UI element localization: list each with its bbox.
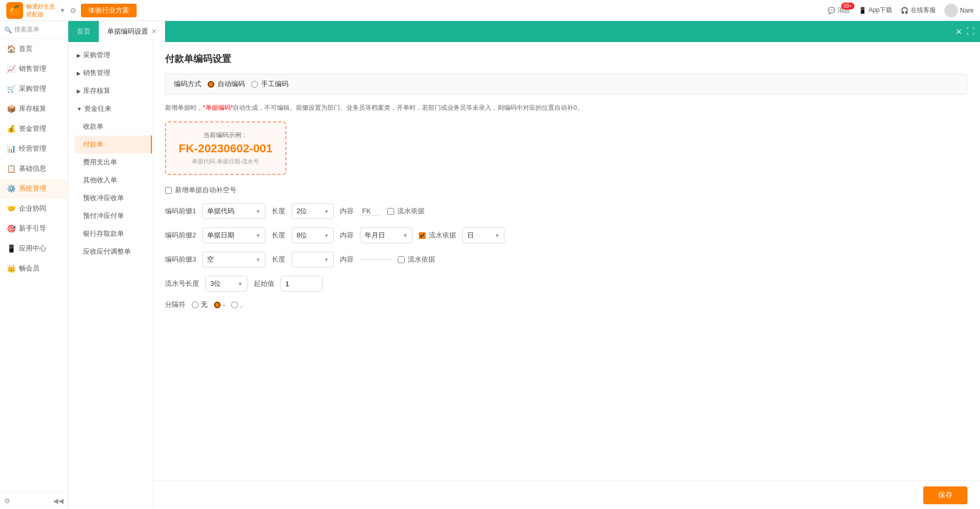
tab-home[interactable]: 首页 xyxy=(68,21,99,42)
tab-bar-right: ✕ ⛶ xyxy=(955,27,980,37)
subnav-item-other-income[interactable]: 其他收入单 xyxy=(75,171,152,189)
chevron-down-icon: ▼ xyxy=(77,106,82,112)
subnav-item-receipt[interactable]: 收款单 xyxy=(75,118,152,136)
chevron-down-serial-length: ▼ xyxy=(238,281,243,287)
subnav-group-sales-header[interactable]: ▶ 销售管理 xyxy=(68,64,152,82)
prefix2-serial-checkbox[interactable] xyxy=(419,232,426,239)
example-label: 当前编码示例： xyxy=(179,131,273,140)
prefix3-serial-checkbox[interactable] xyxy=(398,256,405,263)
auto-code-radio[interactable] xyxy=(208,81,214,88)
prefix1-row: 编码前缀1 单据代码 ▼ 长度 2位 ▼ 内容 FK xyxy=(165,203,967,219)
prefix2-content-select[interactable]: 年月日 ▼ xyxy=(360,227,412,243)
sidebar-item-purchase[interactable]: 🛒 采购管理 xyxy=(0,79,68,99)
tab-maximize-button[interactable]: ⛶ xyxy=(966,27,975,36)
sidebar-search[interactable]: 🔍 搜索菜单 xyxy=(0,21,68,39)
sidebar-item-system[interactable]: ⚙️ 系统管理 xyxy=(0,179,68,199)
sidebar-item-members[interactable]: 👑 畅会员 xyxy=(0,258,68,278)
sidebar-item-sales[interactable]: 📈 销售管理 xyxy=(0,59,68,79)
prefix3-length-select[interactable]: ▼ xyxy=(292,252,334,267)
settings-bottom-icon[interactable]: ⚙ xyxy=(4,497,11,505)
bottom-bar: 保存 xyxy=(152,481,980,509)
separator-dash-label[interactable]: - xyxy=(214,301,225,309)
auto-fill-checkbox[interactable] xyxy=(165,187,172,194)
subnav-group-inventory-header[interactable]: ▶ 库存核算 xyxy=(68,82,152,100)
subnav-group-capital-header[interactable]: ▼ 资金往来 xyxy=(68,100,152,118)
manual-code-radio-label[interactable]: 手工编码 xyxy=(251,79,288,89)
members-icon: 👑 xyxy=(6,264,16,273)
chevron-down-prefix2-content: ▼ xyxy=(403,233,408,238)
subnav-item-advance-payable[interactable]: 预付冲应付单 xyxy=(75,207,152,225)
inventory-icon: 📦 xyxy=(6,104,16,113)
form-content: 付款单编码设置 编码方式 自动编码 手工编码 xyxy=(152,42,980,481)
sidebar-item-enterprise[interactable]: 🤝 企业协同 xyxy=(0,199,68,219)
coding-method-row: 编码方式 自动编码 手工编码 xyxy=(165,74,967,95)
prefix3-select[interactable]: 空 ▼ xyxy=(202,252,265,267)
top-bar: 🍊 畅通好生意 搭配版 ▼ ⚙ 体验行业方案 💬 消息 99+ 📱 App下载 … xyxy=(0,0,980,21)
coding-method-label: 编码方式 xyxy=(174,79,201,89)
sidebar-item-basic[interactable]: 📋 基础信息 xyxy=(0,159,68,179)
right-panel: 首页 单据编码设置 ✕ ✕ ⛶ ▶ 采购管理 xyxy=(68,21,980,509)
sidebar-item-operations[interactable]: 📊 经营管理 xyxy=(0,139,68,159)
tab-close-icon[interactable]: ✕ xyxy=(151,28,157,35)
subnav-capital-children: 收款单 付款单 费用支出单 其他收入单 预收冲应收单 预付冲应付单 银行存取款单… xyxy=(68,118,152,261)
separator-dot-label[interactable]: . xyxy=(231,301,242,309)
collapse-sidebar-icon[interactable]: ◀◀ xyxy=(53,497,64,505)
trial-button[interactable]: 体验行业方案 xyxy=(81,4,137,17)
subnav-item-advance-receivable[interactable]: 预收冲应收单 xyxy=(75,189,152,207)
prefix2-row: 编码前缀2 单据日期 ▼ 长度 8位 ▼ 内容 年月日 xyxy=(165,227,967,243)
separator-none-radio[interactable] xyxy=(192,302,199,308)
subnav-group-capital: ▼ 资金往来 收款单 付款单 费用支出单 其他收入单 预收冲应收单 预付冲应付单… xyxy=(68,100,152,261)
chevron-down-prefix2-len: ▼ xyxy=(324,233,329,238)
dropdown-arrow[interactable]: ▼ xyxy=(59,7,66,14)
message-button[interactable]: 💬 消息 99+ xyxy=(828,6,850,15)
separator-row: 分隔符 无 - . xyxy=(165,300,967,309)
sidebar-item-home[interactable]: 🏠 首页 xyxy=(0,39,68,59)
subnav-item-adjustment[interactable]: 应收应付调整单 xyxy=(75,243,152,261)
subnav-group-purchase-header[interactable]: ▶ 采购管理 xyxy=(68,46,152,64)
prefix2-select[interactable]: 单据日期 ▼ xyxy=(202,227,265,243)
apps-icon: 📱 xyxy=(6,244,16,253)
sidebar-item-guide[interactable]: 🎯 新手引导 xyxy=(0,219,68,238)
logo-icon: 🍊 xyxy=(6,2,23,19)
prefix2-serial-checkbox-row: 流水依据 xyxy=(419,231,456,240)
finance-icon: 💰 xyxy=(6,124,16,133)
sidebar-item-apps[interactable]: 📱 应用中心 xyxy=(0,238,68,258)
separator-radio-group: 无 - . xyxy=(192,300,242,309)
serial-length-select[interactable]: 3位 ▼ xyxy=(205,276,247,292)
prefix1-select[interactable]: 单据代码 ▼ xyxy=(202,203,265,219)
subnav-item-expense[interactable]: 费用支出单 xyxy=(75,153,152,171)
save-button[interactable]: 保存 xyxy=(923,486,967,504)
prefix2-length-select[interactable]: 8位 ▼ xyxy=(292,227,334,243)
sales-icon: 📈 xyxy=(6,64,16,74)
tab-coding[interactable]: 单据编码设置 ✕ xyxy=(99,21,165,42)
separator-dot-radio[interactable] xyxy=(231,302,238,308)
chevron-down-prefix3-len: ▼ xyxy=(324,257,329,263)
user-info[interactable]: Nare xyxy=(944,4,974,17)
separator-dash-radio[interactable] xyxy=(214,302,221,308)
sidebar-item-finance[interactable]: 💰 资金管理 xyxy=(0,119,68,139)
settings-icon[interactable]: ⚙ xyxy=(70,6,77,15)
chevron-down-prefix3: ▼ xyxy=(255,257,261,263)
app-download-button[interactable]: 📱 App下载 xyxy=(859,6,892,15)
separator-none-label[interactable]: 无 xyxy=(192,300,208,309)
tab-bar: 首页 单据编码设置 ✕ ✕ ⛶ xyxy=(68,21,980,42)
service-icon: 🎧 xyxy=(901,7,909,14)
prefix1-serial-checkbox[interactable] xyxy=(387,208,394,215)
prefix1-length-select[interactable]: 2位 ▼ xyxy=(292,203,334,219)
online-service-button[interactable]: 🎧 在线客服 xyxy=(901,6,936,15)
tab-minimize-button[interactable]: ✕ xyxy=(955,27,962,37)
chevron-down-prefix1: ▼ xyxy=(255,209,261,214)
prefix2-serial-unit-select[interactable]: 日 ▼ xyxy=(462,227,504,243)
manual-code-radio[interactable] xyxy=(251,81,258,88)
auto-code-radio-label[interactable]: 自动编码 xyxy=(208,79,245,89)
sidebar-item-inventory[interactable]: 📦 库存核算 xyxy=(0,99,68,119)
page-title: 付款单编码设置 xyxy=(165,53,967,65)
subnav-item-bank-deposit[interactable]: 银行存取款单 xyxy=(75,225,152,243)
search-icon: 🔍 xyxy=(4,26,12,34)
home-icon: 🏠 xyxy=(6,44,16,54)
prefix1-content-value: FK xyxy=(360,207,381,215)
start-value-input[interactable] xyxy=(281,276,323,292)
code-value: FK-20230602-001 xyxy=(179,142,273,155)
sidebar: 🔍 搜索菜单 🏠 首页 📈 销售管理 🛒 采购管理 📦 库存核算 💰 资金管理 … xyxy=(0,21,68,509)
subnav-item-payment[interactable]: 付款单 xyxy=(75,136,152,153)
